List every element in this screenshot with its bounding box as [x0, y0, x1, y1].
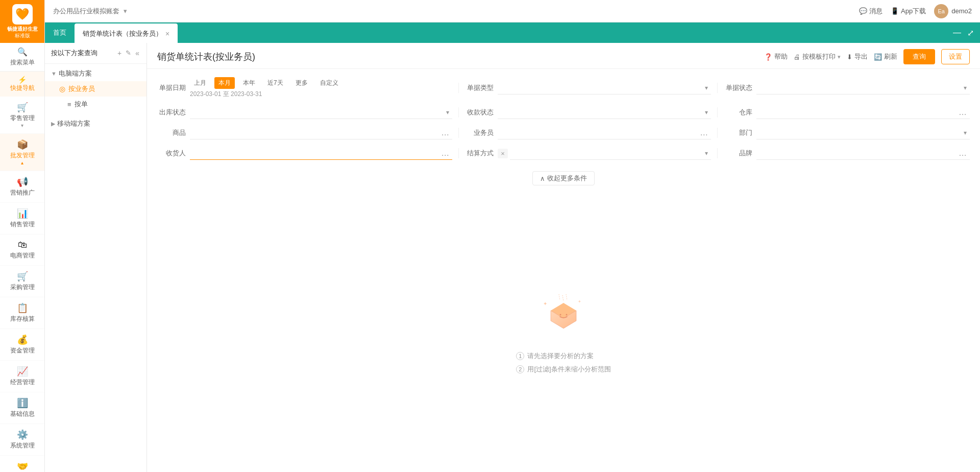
date-tab-this-month[interactable]: 本月 [214, 77, 235, 89]
top-header: 办公用品行业模拟账套 ▾ 💬 消息 📱 App下载 Ea demo2 [45, 0, 980, 22]
date-tab-7days[interactable]: 近7天 [263, 77, 287, 89]
filter-row-1: 单据日期 上月 本月 本年 近7天 更多 自定义 2023-03-01 至 20… [157, 77, 970, 99]
sidebar-item-inventory[interactable]: 📋 库存核算 [0, 297, 44, 329]
sidebar-item-marketing[interactable]: 📢 营销推广 [0, 171, 44, 203]
refresh-button[interactable]: 🔄 刷新 [874, 52, 897, 61]
scheme-item-by-doc[interactable]: ≡ 按单 [45, 97, 146, 112]
inventory-icon: 📋 [17, 302, 28, 314]
search-menu-button[interactable]: 🔍 搜索菜单 [0, 43, 44, 72]
filter-field-stock-out: 出库状态 ▾ [157, 106, 452, 119]
empty-tip-1: 1 请先选择要分析的方案 [516, 351, 610, 361]
sidebar-item-wholesale[interactable]: 📦 批发管理 ▴ [0, 134, 44, 171]
add-scheme-button[interactable]: + [116, 48, 122, 58]
query-button[interactable]: 查询 [903, 49, 935, 64]
collection-select[interactable] [498, 106, 711, 119]
left-panel-header-actions: + ✎ « [116, 48, 140, 58]
department-select[interactable] [756, 126, 970, 139]
collapse-label: 收起更多条件 [547, 174, 587, 183]
export-label: 导出 [854, 52, 868, 61]
sidebar-logo[interactable]: 🧡 畅捷通好生意 标准版 [0, 0, 44, 43]
tab-sales-stats[interactable]: 销货单统计表（按业务员） × [75, 23, 178, 44]
sidebar-item-ecommerce[interactable]: 🛍 电商管理 [0, 234, 44, 266]
scheme-item-by-salesperson[interactable]: ◎ 按业务员 [45, 81, 146, 97]
stock-out-select[interactable] [190, 106, 452, 119]
template-print-dropdown-icon[interactable]: ▾ [838, 54, 841, 60]
left-panel: 按以下方案查询 + ✎ « ▼ 电脑端方案 ◎ 按业务员 ≡ [45, 43, 147, 472]
goods-dots-icon[interactable]: … [441, 128, 449, 137]
ecommerce-icon: 🛍 [18, 240, 27, 250]
consignee-dots-icon[interactable]: … [441, 149, 449, 158]
sidebar-item-finance[interactable]: 💰 资金管理 [0, 329, 44, 361]
user-profile[interactable]: Ea demo2 [934, 4, 972, 18]
consignee-input[interactable] [190, 147, 452, 160]
filter-field-collection: 收款状态 ▾ [465, 106, 711, 119]
brand-input[interactable] [756, 147, 970, 160]
tab-expand-icon[interactable]: ⤢ [965, 26, 976, 40]
help-label: 帮助 [774, 52, 788, 61]
sidebar: 🧡 畅捷通好生意 标准版 🔍 搜索菜单 ⚡ 快捷导航 🛒 零售管理 ▾ 📦 批发… [0, 0, 45, 472]
sidebar-item-system[interactable]: ⚙️ 系统管理 [0, 424, 44, 456]
date-tab-custom[interactable]: 自定义 [316, 77, 342, 89]
filter-row-2: 出库状态 ▾ 收款状态 [157, 106, 970, 119]
message-button[interactable]: 💬 消息 [859, 7, 883, 16]
brand-dots-icon[interactable]: … [959, 149, 967, 158]
date-tab-this-year[interactable]: 本年 [239, 77, 259, 89]
doc-type-select[interactable] [498, 81, 711, 95]
help-button[interactable]: ❓ 帮助 [764, 52, 788, 61]
settlement-tag-close[interactable]: × [501, 150, 505, 157]
date-tab-last-month[interactable]: 上月 [190, 77, 210, 89]
search-menu-label: 搜索菜单 [10, 58, 35, 67]
tab-close-icon[interactable]: × [165, 30, 169, 38]
divider-6 [717, 128, 718, 138]
edit-scheme-button[interactable]: ✎ [125, 48, 132, 58]
retail-icon: 🛒 [17, 102, 28, 113]
settings-button[interactable]: 设置 [941, 49, 970, 64]
goods-input[interactable] [190, 126, 452, 139]
sales-icon: 📊 [17, 208, 28, 219]
collapse-button[interactable]: ∧ 收起更多条件 [532, 171, 595, 185]
tab-minimize-icon[interactable]: — [951, 26, 963, 39]
tip-1-text: 请先选择要分析的方案 [527, 351, 594, 361]
template-print-button[interactable]: 🖨 按模板打印 ▾ [794, 52, 841, 61]
warehouse-input[interactable] [756, 106, 970, 119]
sidebar-item-basic[interactable]: ℹ️ 基础信息 [0, 392, 44, 424]
collapse-panel-button[interactable]: « [134, 48, 140, 58]
salesperson-input[interactable] [498, 126, 711, 139]
message-label: 消息 [869, 7, 883, 16]
filter-field-date: 单据日期 上月 本月 本年 近7天 更多 自定义 2023-03-01 至 20… [157, 77, 452, 99]
sidebar-item-retail[interactable]: 🛒 零售管理 ▾ [0, 97, 44, 134]
help-icon: ❓ [764, 53, 772, 61]
enterprise-icon: 🤝 [17, 461, 28, 472]
sidebar-item-enterprise[interactable]: 🤝 企业协同 [0, 456, 44, 472]
sidebar-item-operations[interactable]: 📈 经营管理 [0, 361, 44, 392]
app-download-button[interactable]: 📱 App下载 [891, 7, 926, 16]
filter-field-doc-type: 单据类型 ▾ [465, 81, 711, 95]
stock-out-label: 出库状态 [157, 108, 186, 117]
header-dropdown-icon[interactable]: ▾ [124, 7, 127, 15]
sidebar-item-purchase[interactable]: 🛒 采购管理 [0, 266, 44, 297]
filter-form: 单据日期 上月 本月 本年 近7天 更多 自定义 2023-03-01 至 20… [147, 69, 980, 196]
export-button[interactable]: ⬇ 导出 [847, 52, 868, 61]
retail-label: 零售管理 [10, 114, 35, 123]
salesperson-label: 业务员 [465, 128, 494, 137]
scheme-group-desktop-label: 电脑端方案 [59, 69, 92, 78]
warehouse-dots-icon[interactable]: … [959, 108, 967, 117]
doc-status-select[interactable] [756, 81, 970, 95]
tab-bar-actions: — ⤢ [951, 26, 980, 40]
quick-nav-button[interactable]: ⚡ 快捷导航 [0, 72, 44, 97]
scheme-group-mobile-header[interactable]: ▶ 移动端方案 [45, 116, 146, 131]
tab-home-label: 首页 [53, 28, 66, 37]
tab-bar: 首页 销货单统计表（按业务员） × — ⤢ [45, 22, 980, 43]
chevron-down-icon: ▼ [51, 70, 57, 77]
date-tab-more[interactable]: 更多 [291, 77, 312, 89]
sidebar-item-sales[interactable]: 📊 销售管理 [0, 203, 44, 234]
scheme-group-mobile-label: 移动端方案 [57, 119, 90, 128]
tip-2-text: 用[过滤]条件来缩小分析范围 [527, 365, 610, 374]
tab-home[interactable]: 首页 [45, 22, 75, 43]
warehouse-label: 仓库 [724, 108, 752, 117]
scheme-group-desktop-header[interactable]: ▼ 电脑端方案 [45, 66, 146, 81]
wholesale-label: 批发管理 [10, 151, 35, 160]
salesperson-dots-icon[interactable]: … [700, 128, 708, 137]
filter-field-consignee: 收货人 … [157, 147, 452, 160]
settlement-select[interactable] [510, 147, 711, 160]
